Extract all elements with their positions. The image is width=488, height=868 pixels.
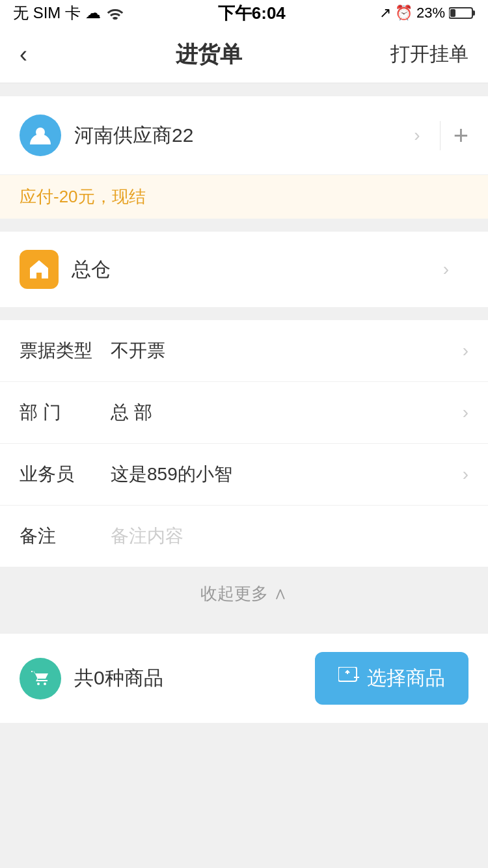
warehouse-card: 总仓 › xyxy=(0,232,488,307)
warehouse-name: 总仓 xyxy=(72,256,443,283)
user-icon xyxy=(29,124,52,147)
section-gap-4 xyxy=(0,621,488,634)
status-time: 下午6:04 xyxy=(218,2,286,25)
chevron-right-icon-5: › xyxy=(463,464,468,485)
cart-icon xyxy=(29,667,52,690)
select-product-label: 选择商品 xyxy=(367,665,445,692)
department-value: 总 部 xyxy=(111,400,463,425)
salesman-value: 这是859的小智 xyxy=(111,462,463,487)
back-button[interactable]: ‹ xyxy=(20,41,27,68)
status-left: 无 SIM 卡 ☁ xyxy=(13,3,124,23)
supplier-row[interactable]: 河南供应商22 › + xyxy=(0,96,488,175)
alarm-icon: ⏰ xyxy=(395,5,413,21)
house-icon xyxy=(28,258,50,280)
select-icon xyxy=(338,667,359,690)
note-input[interactable]: 备注内容 xyxy=(111,524,468,549)
chevron-right-icon-3: › xyxy=(463,340,468,361)
bottom-section: 共0种商品 选择商品 xyxy=(0,634,488,723)
product-count: 共0种商品 xyxy=(74,665,315,692)
supplier-card: 河南供应商22 › + 应付-20元，现结 xyxy=(0,96,488,219)
status-right: ↗ ⏰ 23% xyxy=(379,5,475,21)
product-icon-bg xyxy=(20,658,61,699)
location-icon: ↗ xyxy=(379,5,391,21)
select-product-button[interactable]: 选择商品 xyxy=(315,652,468,705)
supplier-avatar xyxy=(20,115,61,156)
note-row[interactable]: 备注 备注内容 xyxy=(0,506,488,567)
battery-label: 23% xyxy=(416,5,445,21)
warehouse-row[interactable]: 总仓 › xyxy=(0,232,488,307)
product-bar: 共0种商品 选择商品 xyxy=(0,634,488,723)
chevron-right-icon: › xyxy=(414,125,420,146)
salesman-label: 业务员 xyxy=(20,462,111,487)
warehouse-icon-bg xyxy=(20,250,59,289)
form-card: 票据类型 不开票 › 部 门 总 部 › 业务员 这是859的小智 › 备注 备… xyxy=(0,320,488,567)
collapse-label: 收起更多 ∧ xyxy=(200,582,287,605)
invoice-type-value: 不开票 xyxy=(111,338,463,363)
notice-row: 应付-20元，现结 xyxy=(0,175,488,219)
department-row[interactable]: 部 门 总 部 › xyxy=(0,382,488,443)
battery-icon xyxy=(449,7,475,20)
status-bar: 无 SIM 卡 ☁ 下午6:04 ↗ ⏰ 23% xyxy=(0,0,488,26)
add-button[interactable]: + xyxy=(440,121,468,150)
chevron-right-icon-4: › xyxy=(463,402,468,423)
section-gap-3 xyxy=(0,307,488,320)
section-gap-2 xyxy=(0,219,488,232)
no-sim-label: 无 SIM 卡 ☁ xyxy=(13,3,101,23)
section-gap-1 xyxy=(0,83,488,96)
department-label: 部 门 xyxy=(20,400,111,425)
note-label: 备注 xyxy=(20,524,111,549)
chevron-right-icon-2: › xyxy=(443,259,449,280)
page-title: 进货单 xyxy=(176,40,242,70)
salesman-row[interactable]: 业务员 这是859的小智 › xyxy=(0,444,488,505)
select-product-icon xyxy=(338,667,359,685)
nav-bar: ‹ 进货单 打开挂单 xyxy=(0,26,488,83)
wifi-icon xyxy=(106,7,124,20)
open-pending-button[interactable]: 打开挂单 xyxy=(390,41,468,68)
invoice-type-row[interactable]: 票据类型 不开票 › xyxy=(0,320,488,381)
svg-rect-2 xyxy=(450,9,455,17)
invoice-type-label: 票据类型 xyxy=(20,338,111,363)
svg-rect-1 xyxy=(472,10,475,16)
collapse-row[interactable]: 收起更多 ∧ xyxy=(0,567,488,621)
supplier-name: 河南供应商22 xyxy=(74,122,414,149)
